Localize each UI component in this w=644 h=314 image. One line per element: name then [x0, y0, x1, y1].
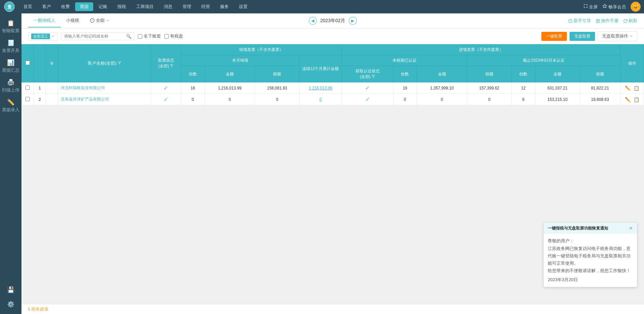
edit-icon[interactable]: ✏️	[625, 97, 631, 102]
period-next-btn[interactable]: ▶	[348, 17, 357, 25]
notification-close-btn[interactable]: ✕	[629, 226, 633, 231]
th-sales-group: 销项发票（不含作废票）	[181, 45, 342, 55]
manual-btn[interactable]: 操作手册	[596, 18, 619, 24]
th-sales-count: 份数	[181, 66, 205, 82]
svg-marker-2	[603, 4, 607, 8]
no-disk-ticket-op-btn[interactable]: 无盘取票操作	[598, 31, 637, 41]
sidebar-item-invoice-open[interactable]: 🧾 发票开具	[0, 37, 21, 56]
tax-policy-link[interactable]: ℹ 税务政策	[28, 306, 49, 312]
settings-icon: ⚙️	[7, 301, 14, 308]
invoice-entry-icon: ✏️	[7, 99, 14, 106]
fullscreen-btn[interactable]: 全屏	[583, 4, 598, 10]
th-current-period: 本税期已认证	[342, 55, 467, 66]
nav-business[interactable]: 工商项目	[131, 2, 158, 11]
filter-bar: 全部员工 🔍 名下账套 有税盘 一键取票 无盘取票 无盘取票操作	[21, 28, 644, 44]
top-right-actions: 全屏 畅享会员 🐱	[583, 2, 641, 12]
notification-header: 一键报税与无盘取票功能恢复通知 ✕	[544, 223, 637, 234]
row-checkbox[interactable]	[22, 82, 34, 94]
sidebar-item-smart-ticket[interactable]: 📋 智能取票	[0, 17, 21, 37]
sidebar-bottom-download[interactable]: 💾	[6, 284, 16, 296]
svg-text:意: 意	[7, 4, 12, 9]
nav-service[interactable]: 服务	[215, 2, 233, 11]
sidebar-item-invoice-entry[interactable]: ✏️ 票据录入	[0, 96, 21, 116]
invoice-table: ⚙ 客户名称(全部) 取票状态(全部) 销项发票（不含作废票） 进项发票（不含作…	[21, 44, 644, 105]
row-operation: ✏️ 📋	[621, 94, 644, 105]
row-purchase-tax: 0	[467, 94, 512, 105]
nav-customer[interactable]: 客户	[38, 2, 56, 11]
th-purchase-tax: 税额	[467, 66, 512, 82]
row-purchase-count: 0	[393, 94, 417, 105]
th-settings-icon: ⚙	[46, 45, 58, 82]
tab-bar-wrap: 一般纳税人 小规模 全能 ◀ 2023年02月 ▶ ? 新手引导 操作手册	[21, 13, 644, 28]
th-customer-name: 客户名称(全部)	[58, 45, 151, 82]
row-sales-count: 18	[181, 82, 205, 94]
th-until-date: 截止2023年03月未认证	[467, 55, 620, 66]
row-sales-count: 0	[181, 94, 205, 105]
sidebar-bottom-settings[interactable]: ⚙️	[6, 298, 16, 311]
period-prev-btn[interactable]: ◀	[309, 17, 317, 25]
nav-operation[interactable]: 经营	[197, 2, 215, 11]
row-purchase-amount: 0	[417, 94, 467, 105]
tab-all[interactable]: 全能	[85, 14, 115, 27]
row-until-count: 12	[512, 82, 535, 94]
sidebar-item-label: 票据汇总	[2, 67, 19, 73]
row-checkbox[interactable]	[22, 94, 34, 105]
new-guide-btn[interactable]: ? 新手引导	[568, 18, 591, 24]
nav-invoice[interactable]: 票据	[75, 2, 93, 11]
download-checkbox[interactable]	[138, 34, 142, 39]
row-customer-name[interactable]: 灵寿县尚泽矿产品有限公司	[58, 94, 151, 105]
tab-small-scale[interactable]: 小规模	[61, 14, 85, 27]
search-input[interactable]	[64, 34, 124, 39]
svg-marker-13	[170, 64, 173, 67]
vip-btn[interactable]: 畅享会员	[602, 4, 626, 10]
invoice-summary-icon: 📊	[7, 59, 14, 66]
nav-home[interactable]: 首页	[19, 2, 37, 11]
th-purchase-group: 进项发票（不含作废票）	[342, 45, 621, 55]
nav-message[interactable]: 消息	[159, 2, 177, 11]
edit-icon[interactable]: ✏️	[625, 85, 631, 91]
select-all-checkbox[interactable]	[25, 61, 30, 65]
invoice-open-icon: 🧾	[7, 39, 14, 47]
notification-text: 江苏政务网已恢复访问电子税务局功能，意代账一键登陆电子税务局与无盘取票相关功能可…	[548, 245, 633, 267]
one-click-ticket-btn[interactable]: 一键取票	[541, 32, 567, 41]
row-actions	[46, 94, 58, 105]
period-nav: ◀ 2023年02月 ▶	[309, 17, 357, 25]
info-icon: ℹ	[28, 307, 30, 312]
th-cumulative: 连续12个月累计金额	[300, 55, 342, 82]
nav-settings[interactable]: 设置	[234, 2, 252, 11]
detail-icon[interactable]: 📋	[634, 97, 639, 102]
nav-management[interactable]: 管理	[178, 2, 196, 11]
download-checkbox-label[interactable]: 名下账套	[138, 33, 161, 39]
th-purchase-amount: 金额	[417, 66, 467, 82]
tax-disk-checkbox[interactable]	[164, 34, 169, 39]
detail-icon[interactable]: 📋	[634, 85, 639, 91]
employee-select[interactable]: 全部员工	[28, 32, 58, 41]
user-avatar[interactable]: 🐱	[631, 2, 641, 12]
nav-bookkeeping[interactable]: 记账	[94, 2, 112, 11]
nav-tax[interactable]: 报税	[113, 2, 131, 11]
tax-disk-checkbox-label[interactable]: 有税盘	[164, 33, 183, 39]
th-until-count: 份数	[512, 66, 535, 82]
svg-text:?: ?	[570, 20, 571, 22]
scan-upload-icon: 🖨️	[7, 79, 14, 86]
bottom-bar: ℹ 税务政策	[21, 304, 644, 314]
refresh-btn[interactable]: 刷新	[623, 18, 637, 24]
table-wrap: ⚙ 客户名称(全部) 取票状态(全部) 销项发票（不含作废票） 进项发票（不含作…	[21, 44, 644, 105]
th-sales-tax: 税额	[255, 66, 300, 82]
sidebar-item-label: 发票开具	[2, 48, 19, 54]
search-icon[interactable]: 🔍	[126, 34, 131, 39]
tab-general-taxpayer[interactable]: 一般纳税人	[28, 14, 61, 27]
employee-badge: 全部员工	[31, 34, 50, 39]
row-until-tax: 19,808.63	[580, 94, 620, 105]
row-until-amount: 153,215.10	[535, 94, 580, 105]
row-sales-tax: 0	[255, 94, 300, 105]
no-disk-ticket-btn[interactable]: 无盘取票	[570, 32, 595, 41]
row-status: ✓	[151, 82, 181, 94]
row-no: 1	[34, 82, 46, 94]
sidebar-item-invoice-summary[interactable]: 📊 票据汇总	[0, 56, 21, 76]
nav-billing[interactable]: 收费	[56, 2, 74, 11]
sidebar-item-label: 票据录入	[2, 107, 19, 113]
smart-ticket-icon: 📋	[7, 19, 14, 27]
sidebar-item-scan-upload[interactable]: 🖨️ 扫描上传	[0, 76, 21, 96]
row-customer-name[interactable]: 河北柯瑞栋实业有限公司	[58, 82, 151, 94]
